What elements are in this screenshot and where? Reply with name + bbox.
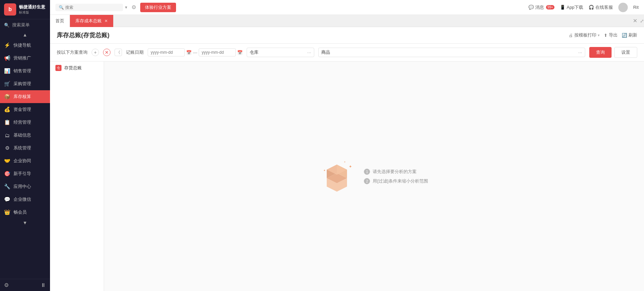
sidebar-item-sales[interactable]: 📊 销售管理 [0,65,50,77]
industry-btn[interactable]: 体验行业方案 [140,3,176,12]
tab-close-icon[interactable]: ✕ [104,19,108,23]
date-to-input[interactable] [199,48,236,56]
warehouse-more-icon: ··· [307,50,311,55]
sidebar-item-marketing[interactable]: 📢 营销推广 [0,52,50,65]
member-icon: 👑 [4,209,10,215]
sidebar-item-apps[interactable]: 🔧 应用中心 [0,180,50,193]
page-title: 库存总账(存货总账) [57,31,109,39]
online-service-label: 在线客服 [595,4,613,10]
expand-panel-btn[interactable]: ⤢ [640,18,644,24]
messages-label: 消息 [535,4,544,10]
refresh-btn[interactable]: 🔄 刷新 [622,32,637,38]
system-icon: ⚙ [4,145,10,151]
sidebar-item-label: 快捷导航 [14,42,31,48]
sidebar: b 畅捷通好生意 标准版 🔍 搜索菜单 ▲ ⚡ 快捷导航 📢 营销推广 📊 销售… [0,0,50,291]
purchase-icon: 🛒 [4,81,10,87]
sidebar-item-basic[interactable]: 🗂 基础信息 [0,129,50,142]
sidebar-item-finance[interactable]: 💰 资金管理 [0,103,50,116]
tab-inventory-cost[interactable]: 库存成本总账 ✕ [70,15,114,27]
sidebar-item-label: 营销推广 [14,55,31,61]
avatar [618,3,628,12]
scroll-up-btn[interactable]: ▲ [0,31,50,39]
scheme-sidebar: 仓 存货总账 [50,62,104,291]
topbar-right: 💬 消息 99+ 📱 App下载 🎧 在线客服 Rit [528,3,639,12]
sidebar-item-inventory[interactable]: 📦 库存核算 [0,90,50,103]
basic-icon: 🗂 [4,132,10,138]
date-range-input: 📅 — 📅 [148,48,243,56]
settings-footer-icon[interactable]: ⚙ [4,282,9,288]
phone-icon: 📱 [560,5,565,10]
date-separator: — [193,50,197,55]
sidebar-item-purchase[interactable]: 🛒 采购管理 [0,77,50,90]
scroll-down-btn[interactable]: ▼ [0,219,50,227]
finance-icon: 💰 [4,106,10,113]
sidebar-search[interactable]: 🔍 搜索菜单 [0,19,50,31]
edition-label: 标准版 [19,10,45,15]
app-download-action[interactable]: 📱 App下载 [560,4,583,10]
tip-num-2: 2 [364,178,370,184]
close-panel-btn[interactable]: ✕ [633,18,637,24]
filter-close-btn[interactable]: ✕ [103,49,110,56]
wechat-icon: 💬 [4,196,10,202]
sidebar-item-quick-nav[interactable]: ⚡ 快捷导航 [0,39,50,52]
audio-footer-icon[interactable]: ⏸ [41,282,46,288]
messages-action[interactable]: 💬 消息 99+ [528,4,554,10]
scheme-item-inventory-ledger[interactable]: 仓 存货总账 [50,62,104,74]
apps-icon: 🔧 [4,184,10,190]
username: Rit [633,5,639,10]
sidebar-item-operation[interactable]: 📋 经营管理 [0,116,50,129]
filter-collapse-btn[interactable]: 《 [115,49,122,56]
export-icon: ⬆ [604,33,608,38]
refresh-label: 刷新 [628,32,637,38]
scheme-icon: 仓 [55,65,61,71]
export-btn[interactable]: ⬆ 导出 [604,32,618,38]
sidebar-item-member[interactable]: 👑 畅会员 [0,206,50,219]
sidebar-item-label: 基础信息 [14,132,31,138]
print-btn[interactable]: 🖨 按模板打印 ▾ [569,32,600,38]
messages-icon: 💬 [528,5,534,10]
sidebar-search-label: 搜索菜单 [12,22,30,28]
tab-home[interactable]: 首页 [50,15,70,27]
settings-gear-icon[interactable]: ⚙ [131,4,136,10]
sidebar-item-system[interactable]: ⚙ 系统管理 [0,142,50,154]
content-area: 库存总账(存货总账) 🖨 按模板打印 ▾ ⬆ 导出 🔄 刷新 按以下方案查询 [50,27,644,291]
sidebar-item-cooperation[interactable]: 🤝 企业协同 [0,154,50,167]
topbar-search-box[interactable]: 🔍 [55,4,123,11]
tab-inventory-label: 库存成本总账 [75,18,102,24]
calendar-to-icon[interactable]: 📅 [237,50,243,55]
tip-num-1: 1 [364,169,370,175]
print-label: 按模板打印 [574,32,596,38]
product-selector[interactable]: 商品 ··· [318,48,585,57]
tip-text-2: 用[过滤]条件来缩小分析范围 [373,178,428,184]
online-service-action[interactable]: 🎧 在线客服 [589,4,613,10]
warehouse-selector[interactable]: 仓库 ··· [247,48,314,57]
date-from-input[interactable] [148,48,185,56]
calendar-from-icon[interactable]: 📅 [186,50,192,55]
print-chevron-icon[interactable]: ▾ [598,33,600,38]
export-label: 导出 [609,32,618,38]
printer-icon: 🖨 [569,33,573,38]
sales-icon: 📊 [4,68,10,74]
brand-name: 畅捷通好生意 [19,4,45,10]
search-chevron-icon[interactable]: ▾ [125,5,127,10]
sidebar-logo: b 畅捷通好生意 标准版 [0,0,50,19]
sidebar-item-label: 新手引导 [14,171,31,177]
quick-nav-icon: ⚡ [4,42,10,48]
empty-tip-2: 2 用[过滤]条件来缩小分析范围 [364,178,428,184]
tab-home-label: 首页 [55,18,64,24]
settings-btn[interactable]: 设置 [614,47,637,58]
sidebar-item-label: 销售管理 [14,68,31,74]
sidebar-footer: ⚙ ⏸ [0,279,50,291]
page-header: 库存总账(存货总账) 🖨 按模板打印 ▾ ⬆ 导出 🔄 刷新 [50,27,644,44]
query-btn[interactable]: 查询 [589,47,612,58]
filter-add-btn[interactable]: + [92,49,99,56]
sidebar-item-label: 畅会员 [14,209,27,215]
search-input[interactable] [65,5,113,10]
guide-icon: 🎯 [4,171,10,177]
sidebar-item-wechat[interactable]: 💬 企业微信 [0,193,50,206]
empty-illustration: ✦ ✦ ✦ [320,160,354,193]
logo-text: 畅捷通好生意 标准版 [19,4,45,15]
cooperation-icon: 🤝 [4,158,10,164]
sidebar-item-guide[interactable]: 🎯 新手引导 [0,167,50,180]
empty-tip-1: 1 请先选择要分析的方案 [364,169,428,175]
